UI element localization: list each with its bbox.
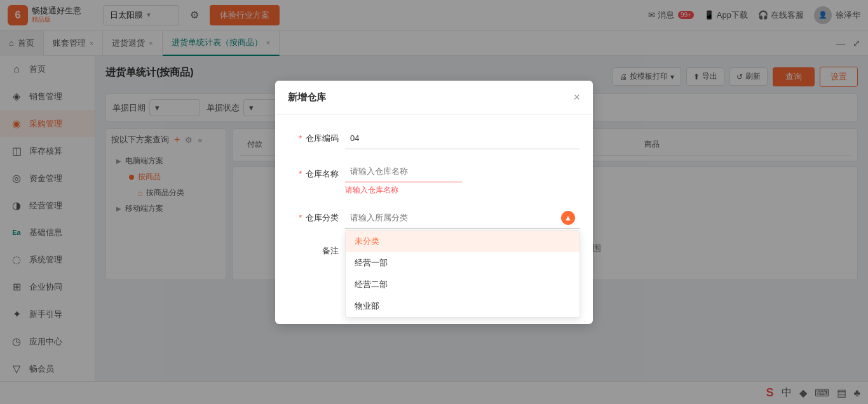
name-error-msg: 请输入仓库名称 bbox=[345, 184, 398, 194]
name-field-row: * 仓库名称 请输入仓库名称 bbox=[288, 161, 580, 196]
modal-add-warehouse: 新增仓库 × * 仓库编码 * 仓库名称 bbox=[275, 81, 593, 324]
dropdown-item-dept1[interactable]: 经营一部 bbox=[346, 252, 580, 274]
modal-header: 新增仓库 × bbox=[275, 81, 593, 115]
modal-body: * 仓库编码 * 仓库名称 请输入仓库名称 bbox=[275, 115, 593, 286]
code-input[interactable] bbox=[345, 128, 580, 149]
category-field-row: * 仓库分类 ▲ 未分类 经营一部 经营二部 物业部 bbox=[288, 207, 580, 229]
category-label: * 仓库分类 bbox=[288, 207, 339, 224]
code-label: * 仓库编码 bbox=[288, 128, 339, 144]
modal-close-button[interactable]: × bbox=[573, 91, 580, 104]
name-required-star: * bbox=[299, 169, 302, 178]
modal-overlay: 新增仓库 × * 仓库编码 * 仓库名称 bbox=[0, 0, 868, 404]
name-input[interactable] bbox=[345, 161, 462, 182]
category-required-star: * bbox=[299, 213, 302, 222]
dropdown-item-property[interactable]: 物业部 bbox=[346, 295, 580, 317]
dropdown-item-dept2[interactable]: 经营二部 bbox=[346, 274, 580, 295]
dropdown-item-uncategorized[interactable]: 未分类 bbox=[346, 231, 580, 252]
category-select-wrapper: ▲ 未分类 经营一部 经营二部 物业部 bbox=[345, 207, 580, 229]
note-label: 备注 bbox=[288, 240, 339, 257]
modal-title: 新增仓库 bbox=[288, 91, 326, 104]
code-field-row: * 仓库编码 bbox=[288, 128, 580, 149]
category-dropdown: 未分类 经营一部 经营二部 物业部 bbox=[345, 230, 580, 318]
name-label: * 仓库名称 bbox=[288, 163, 339, 180]
category-dropdown-toggle[interactable]: ▲ bbox=[561, 211, 575, 225]
category-input[interactable] bbox=[345, 207, 580, 229]
required-star: * bbox=[299, 133, 302, 143]
